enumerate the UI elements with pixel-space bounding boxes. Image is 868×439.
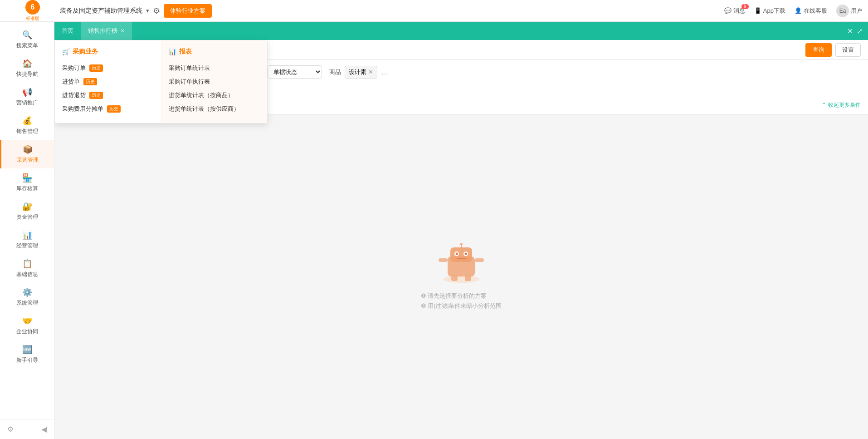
svg-point-5 (455, 253, 458, 255)
query-button[interactable]: 查询 (805, 43, 832, 57)
tab-bar: 首页 销售排行榜 ✕ ✕ ⤢ (54, 22, 868, 40)
hint-2: 用[过滤]条件来缩小分析范围 (421, 301, 502, 311)
purchase-expense-label: 采购费用分摊单 (62, 105, 103, 113)
empty-state-illustration (434, 243, 488, 284)
menu-item-purchase-order[interactable]: 采购订单 历史 (62, 61, 154, 75)
sidebar-item-label: 经营管理 (16, 242, 38, 250)
sidebar-collapse-button[interactable]: ◀ (41, 425, 47, 434)
sidebar-item-label: 营销推广 (16, 99, 38, 107)
logo-area: 6 标准版 (5, 0, 60, 22)
svg-rect-7 (457, 258, 466, 259)
purchase-dropdown-menu: 🛒 采购业务 采购订单 历史 进货单 历史 进货退货 历史 (54, 40, 268, 123)
menu-item-incoming-stat-goods[interactable]: 进货单统计表（按商品） (169, 89, 260, 102)
sidebar-item-guide[interactable]: 🆕 新手引导 (0, 340, 54, 369)
sidebar-item-enterprise[interactable]: 🤝 企业协同 (0, 311, 54, 340)
incoming-return-history-badge: 历史 (89, 92, 103, 99)
svg-point-6 (464, 253, 467, 255)
sidebar-item-label: 企业协同 (16, 328, 38, 335)
sidebar-item-label: 采购管理 (17, 156, 39, 164)
sidebar-item-sales[interactable]: 💰 销售管理 (0, 111, 54, 140)
goods-ellipsis-button[interactable]: … (381, 68, 388, 76)
sidebar-settings-button[interactable]: ⚙ (7, 425, 14, 434)
page-content: 请先选择要分析的方案 用[过滤]条件来缩小分析范围 (54, 115, 868, 439)
system-settings-button[interactable]: ⚙ (153, 6, 160, 16)
purchase-section-icon: 🛒 (62, 48, 70, 55)
sidebar-item-search[interactable]: 🔍 搜索菜单 (0, 25, 54, 54)
incoming-return-label: 进货退货 (62, 91, 86, 99)
purchase-section-label: 采购业务 (73, 48, 98, 56)
logo-subtitle: 标准版 (26, 15, 39, 22)
main-layout: 🔍 搜索菜单 🏠 快捷导航 📢 营销推广 💰 销售管理 📦 采购管理 🏪 库存核… (0, 22, 868, 439)
sidebar-item-quick-nav[interactable]: 🏠 快捷导航 (0, 54, 54, 83)
sidebar-item-label: 快捷导航 (16, 70, 38, 78)
sidebar-item-label: 系统管理 (16, 299, 38, 307)
menu-item-purchase-order-exec[interactable]: 采购订单执行表 (169, 75, 260, 89)
industry-button[interactable]: 体验行业方案 (164, 4, 212, 18)
sidebar-item-label: 新手引导 (16, 356, 38, 364)
sidebar-item-operations[interactable]: 📊 经营管理 (0, 226, 54, 254)
settings-query-button[interactable]: 设置 (835, 43, 861, 57)
sidebar-item-marketing[interactable]: 📢 营销推广 (0, 83, 54, 111)
message-icon: 💬 (724, 7, 731, 14)
goods-label: 商品 (329, 68, 341, 76)
menu-section-report: 📊 报表 采购订单统计表 采购订单执行表 进货单统计表（按商品） 进货单统计表（… (161, 40, 268, 123)
report-section-icon: 📊 (169, 48, 176, 55)
collapse-icon: ⌃ (822, 102, 826, 108)
sales-icon: 💰 (22, 116, 32, 126)
purchase-icon: 📦 (23, 144, 33, 154)
svg-rect-9 (475, 258, 484, 262)
toolbar-right: 查询 设置 (805, 43, 861, 57)
menu-item-purchase-expense[interactable]: 采购费用分摊单 历史 (62, 102, 154, 116)
goods-tag-remove[interactable]: ✕ (368, 69, 373, 75)
empty-state: 请先选择要分析的方案 用[过滤]条件来缩小分析范围 (421, 243, 502, 311)
sidebar-item-inventory[interactable]: 🏪 库存核算 (0, 168, 54, 197)
sidebar-item-label: 基础信息 (16, 271, 38, 278)
tab-close-all-button[interactable]: ✕ (847, 27, 853, 35)
sidebar-item-purchase[interactable]: 📦 采购管理 (0, 140, 54, 168)
logo-icon: 6 (25, 0, 40, 15)
online-service-button[interactable]: 👤 在线客服 (795, 7, 827, 15)
sidebar-item-label: 资金管理 (16, 213, 38, 221)
purchase-order-exec-label: 采购订单执行表 (169, 78, 210, 86)
svg-rect-11 (465, 276, 471, 281)
menu-item-purchase-order-stat[interactable]: 采购订单统计表 (169, 61, 260, 75)
dropdown-menu-container: 🛒 采购业务 采购订单 历史 进货单 历史 进货退货 历史 (54, 40, 268, 123)
collapse-filter-button[interactable]: ⌃ 收起更多条件 (822, 101, 861, 109)
close-tab-icon[interactable]: ✕ (120, 28, 125, 34)
purchase-order-label: 采购订单 (62, 64, 86, 72)
tab-sales-ranking[interactable]: 销售排行榜 ✕ (81, 22, 132, 40)
menu-item-incoming[interactable]: 进货单 历史 (62, 75, 154, 89)
tab-sales-ranking-label: 销售排行榜 (88, 27, 117, 35)
sidebar-item-label: 销售管理 (16, 128, 38, 135)
purchase-order-history-badge: 历史 (89, 64, 103, 72)
inventory-icon: 🏪 (22, 173, 32, 183)
doc-status-select[interactable]: 单据状态 (268, 65, 322, 79)
purchase-order-stat-label: 采购订单统计表 (169, 64, 210, 72)
incoming-history-badge: 历史 (83, 78, 97, 85)
goods-tag-value: 设计素 (349, 68, 366, 76)
app-download-label: App下载 (763, 7, 785, 15)
operations-icon: 📊 (22, 230, 32, 240)
message-button[interactable]: 💬 消息 9 (724, 7, 745, 15)
empty-hints: 请先选择要分析的方案 用[过滤]条件来缩小分析范围 (421, 291, 502, 311)
tab-maximize-button[interactable]: ⤢ (857, 27, 863, 35)
sidebar-item-system[interactable]: ⚙️ 系统管理 (0, 283, 54, 311)
user-menu-button[interactable]: Ea 用户 (836, 5, 863, 17)
user-label: 用户 (851, 7, 863, 15)
menu-section-purchase: 🛒 采购业务 采购订单 历史 进货单 历史 进货退货 历史 (55, 40, 161, 123)
sidebar-item-fund[interactable]: 🔐 资金管理 (0, 197, 54, 226)
sidebar-item-basic-info[interactable]: 📋 基础信息 (0, 254, 54, 283)
menu-item-incoming-stat-supplier[interactable]: 进货单统计表（按供应商） (169, 102, 260, 116)
system-dropdown-button[interactable]: ▾ (146, 7, 149, 14)
goods-filter: 商品 设计素 ✕ … (329, 66, 388, 79)
menu-item-incoming-return[interactable]: 进货退货 历史 (62, 89, 154, 102)
svg-point-0 (443, 276, 479, 283)
sidebar-item-label: 库存核算 (16, 185, 38, 192)
app-download-button[interactable]: 📱 App下载 (754, 7, 785, 15)
system-icon: ⚙️ (22, 287, 32, 297)
report-section-label: 报表 (179, 48, 192, 56)
marketing-icon: 📢 (22, 87, 32, 97)
svg-rect-2 (450, 247, 472, 262)
tab-home[interactable]: 首页 (54, 22, 81, 40)
hint-1: 请先选择要分析的方案 (421, 291, 502, 301)
